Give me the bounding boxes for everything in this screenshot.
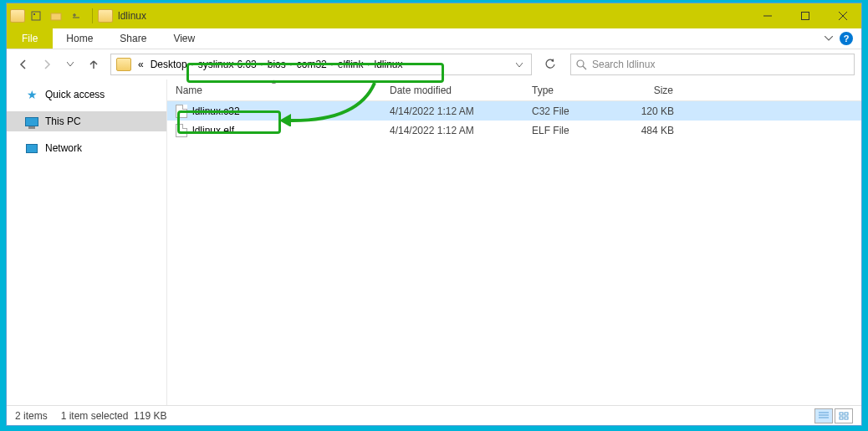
svg-rect-9 — [840, 413, 843, 415]
tab-share[interactable]: Share — [106, 28, 160, 49]
crumb-elflink[interactable]: elflink — [334, 54, 367, 74]
sidebar-item-label: Network — [45, 142, 82, 154]
column-type[interactable]: Type — [523, 80, 607, 100]
file-size: 120 KB — [607, 105, 682, 117]
window-controls — [748, 3, 861, 28]
breadcrumb-overflow[interactable]: « — [135, 54, 147, 74]
view-details-button[interactable] — [814, 408, 833, 423]
sidebar-item-thispc[interactable]: This PC — [7, 111, 166, 131]
star-icon: ★ — [25, 88, 38, 101]
window-title: ldlinux — [118, 10, 146, 22]
status-bar: 2 items 1 item selected 119 KB — [7, 405, 861, 425]
file-list[interactable]: ldlinux.c32 4/14/2022 1:12 AM C32 File 1… — [167, 101, 861, 405]
file-row[interactable]: ldlinux.elf 4/14/2022 1:12 AM ELF File 4… — [167, 121, 861, 140]
svg-rect-11 — [840, 417, 843, 419]
sidebar-item-label: Quick access — [45, 89, 105, 100]
nav-bar: « Desktop › syslinux-6.03 › bios › com32… — [7, 49, 861, 80]
crumb-com32[interactable]: com32 — [294, 54, 330, 74]
sidebar-item-quickaccess[interactable]: ★ Quick access — [7, 85, 166, 105]
file-icon — [176, 124, 187, 137]
sidebar-item-label: This PC — [45, 115, 81, 127]
network-icon — [25, 141, 38, 155]
status-selection: 1 item selected 119 KB — [61, 410, 167, 422]
crumb-syslinux[interactable]: syslinux-6.03 — [195, 54, 260, 74]
qat-properties-button[interactable] — [27, 7, 45, 25]
close-button[interactable] — [824, 3, 861, 28]
svg-rect-3 — [801, 13, 809, 20]
quick-access-toolbar — [7, 7, 89, 25]
file-date: 4/14/2022 1:12 AM — [381, 125, 523, 136]
crumb-bios[interactable]: bios — [264, 54, 289, 74]
pc-icon — [25, 115, 38, 128]
crumb-desktop[interactable]: Desktop — [147, 54, 191, 74]
tab-view[interactable]: View — [160, 28, 208, 49]
svg-rect-10 — [845, 413, 848, 415]
view-icons-button[interactable] — [835, 408, 853, 423]
recent-dropdown[interactable] — [60, 54, 80, 74]
qat-newfolder-button[interactable] — [47, 7, 65, 25]
up-button[interactable] — [84, 54, 104, 74]
forward-button[interactable] — [37, 54, 57, 74]
svg-rect-1 — [51, 13, 61, 20]
file-row[interactable]: ldlinux.c32 4/14/2022 1:12 AM C32 File 1… — [167, 101, 861, 121]
file-size: 484 KB — [607, 125, 682, 136]
search-input[interactable]: Search ldlinux — [570, 54, 855, 75]
back-button[interactable] — [13, 54, 33, 74]
column-size[interactable]: Size — [607, 80, 682, 100]
search-placeholder: Search ldlinux — [592, 59, 655, 70]
maximize-button[interactable] — [786, 3, 824, 28]
separator — [92, 8, 93, 23]
sidebar-item-network[interactable]: Network — [7, 138, 166, 158]
svg-point-4 — [577, 60, 584, 67]
column-headers: ▲ Name Date modified Type Size — [167, 80, 861, 101]
folder-icon — [116, 58, 131, 71]
crumb-ldlinux[interactable]: ldlinux — [370, 54, 406, 74]
ribbon-tabs: File Home Share View ? — [7, 28, 861, 49]
file-date: 4/14/2022 1:12 AM — [381, 105, 523, 117]
content-area: ★ Quick access This PC Network ▲ Name Da… — [7, 80, 861, 405]
file-type: ELF File — [523, 125, 607, 136]
column-name[interactable]: ▲ Name — [167, 80, 381, 100]
folder-icon — [10, 9, 25, 23]
status-item-count: 2 items — [15, 410, 48, 422]
file-name: ldlinux.c32 — [192, 105, 240, 117]
file-type: C32 File — [523, 105, 607, 117]
tab-file[interactable]: File — [7, 28, 53, 49]
address-dropdown[interactable] — [509, 59, 529, 70]
file-icon — [176, 105, 187, 118]
ribbon-collapse-icon[interactable] — [825, 36, 833, 41]
file-name: ldlinux.elf — [192, 125, 234, 136]
search-icon — [576, 59, 587, 70]
svg-line-5 — [583, 66, 586, 69]
file-view: ▲ Name Date modified Type Size ldlinux.c… — [167, 80, 861, 405]
svg-rect-0 — [32, 12, 40, 20]
title-bar: ldlinux — [7, 3, 861, 28]
minimize-button[interactable] — [748, 3, 786, 28]
qat-dropdown-button[interactable] — [67, 7, 85, 25]
refresh-button[interactable] — [539, 54, 562, 75]
sort-asc-icon: ▲ — [271, 78, 278, 85]
address-bar[interactable]: « Desktop › syslinux-6.03 › bios › com32… — [110, 54, 532, 75]
tab-home[interactable]: Home — [53, 28, 106, 49]
window-icon — [98, 9, 113, 23]
column-date[interactable]: Date modified — [381, 80, 523, 100]
navigation-pane: ★ Quick access This PC Network — [7, 80, 167, 405]
help-icon[interactable]: ? — [840, 32, 853, 45]
explorer-window: ldlinux File Home Share View ? — [6, 3, 862, 426]
svg-rect-12 — [845, 417, 848, 419]
